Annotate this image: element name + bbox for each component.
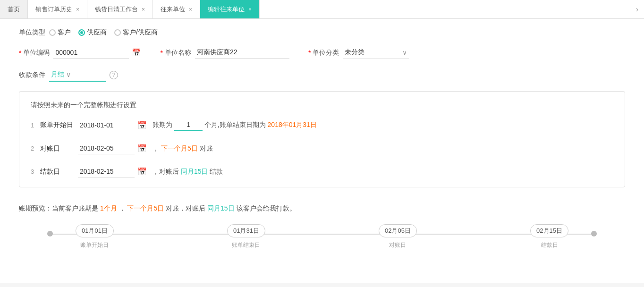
tab-edit-partner-close[interactable]: × <box>248 6 252 13</box>
timeline-badge-3: 02月05日 <box>379 224 417 237</box>
tab-partner-close[interactable]: × <box>189 6 192 13</box>
radio-both-label: 客户/供应商 <box>123 28 158 37</box>
preview-section: 账期预览：当前客户账期是 1个月 ， 下一个月5日 对账，对账后 同月15日 该… <box>19 197 625 273</box>
tab-expand-button[interactable]: › <box>630 0 644 18</box>
setting-row-3: 3 结款日 📅 ，对账后 同月15日 结款 <box>31 166 613 177</box>
settings-title: 请按照未来的一个完整帐期进行设置 <box>31 101 613 110</box>
radio-customer-label: 客户 <box>58 28 71 37</box>
setting-date-1[interactable] <box>78 119 135 131</box>
setting-row-2: 2 对账日 📅 ， 下一个月5日 对账 <box>31 143 613 154</box>
unit-fields-row: * 单位编码 📅 * 单位名称 * 单位分类 未分类 ∨ <box>19 46 625 59</box>
setting-date-3[interactable] <box>78 166 135 177</box>
unit-code-input[interactable] <box>53 47 129 59</box>
preview-payment: 同月15日 <box>207 204 235 212</box>
radio-supplier-label: 供应商 <box>87 28 107 37</box>
timeline-point-4: 02月15日 结款日 <box>530 224 568 249</box>
unit-code-icon[interactable]: 📅 <box>132 48 141 57</box>
setting-row-1: 1 账单开始日 📅 账期为 个月,账单结束日期为 2018年01月31日 <box>31 119 613 131</box>
unit-code-star: * <box>19 49 21 57</box>
unit-name-star: * <box>160 49 162 57</box>
timeline-point-3: 02月05日 对账日 <box>379 224 417 249</box>
payment-condition-arrow: ∨ <box>66 71 71 78</box>
setting-desc-3: ，对账后 同月15日 结款 <box>153 168 223 176</box>
tab-partner[interactable]: 往来单位 × <box>153 0 200 18</box>
payment-help-icon[interactable]: ? <box>110 71 118 79</box>
preview-text: 账期预览：当前客户账期是 1个月 ， 下一个月5日 对账，对账后 同月15日 该… <box>19 204 625 213</box>
tab-cash-work-close[interactable]: × <box>142 6 145 13</box>
setting-name-2: 对账日 <box>40 144 78 153</box>
payment-condition-row: 收款条件 月结 ∨ ? <box>19 68 625 82</box>
setting-num-3: 3 <box>31 168 40 175</box>
setting-desc-2: ， 下一个月5日 对账 <box>153 144 213 153</box>
timeline-point-1: 01月01日 账单开始日 <box>76 224 114 249</box>
unit-category-select[interactable]: 未分类 ∨ <box>343 46 409 59</box>
timeline-badge-4: 02月15日 <box>530 224 568 237</box>
tab-cash-work-label: 钱货日清工作台 <box>95 5 138 14</box>
tab-home[interactable]: 首页 <box>0 0 28 18</box>
unit-category-star: * <box>308 49 311 57</box>
unit-type-radio-group: 客户 供应商 客户/供应商 <box>49 28 158 37</box>
tab-bar: 首页 销售订单历史 × 钱货日清工作台 × 往来单位 × 编辑往来单位 × › <box>0 0 644 19</box>
setting-date-2[interactable] <box>78 143 135 154</box>
tab-sales-history[interactable]: 销售订单历史 × <box>28 0 87 18</box>
timeline-badge-2: 01月31日 <box>227 224 265 237</box>
tab-edit-partner-label: 编辑往来单位 <box>208 5 245 14</box>
payment-condition-select[interactable]: 月结 ∨ <box>49 68 106 82</box>
radio-supplier-circle <box>78 29 85 36</box>
tab-home-label: 首页 <box>8 5 20 14</box>
setting-num-2: 2 <box>31 145 40 152</box>
tab-sales-history-label: 销售订单历史 <box>35 5 72 14</box>
setting-desc-1: 账期为 个月,账单结束日期为 2018年01月31日 <box>153 119 317 131</box>
setting-name-1: 账单开始日 <box>40 121 78 129</box>
unit-type-label: 单位类型 <box>19 28 45 37</box>
timeline-points: 01月01日 账单开始日 01月31日 账单结束日 02月05日 对账日 02月… <box>47 224 597 249</box>
tab-partner-label: 往来单位 <box>161 5 185 14</box>
payment-condition-value: 月结 <box>51 70 64 79</box>
setting-payment-highlight: 同月15日 <box>181 168 208 175</box>
settings-box: 请按照未来的一个完整帐期进行设置 1 账单开始日 📅 账期为 个月,账单结束日期… <box>19 91 625 187</box>
unit-name-group: * 单位名称 <box>160 47 289 59</box>
unit-category-label: 单位分类 <box>313 49 339 57</box>
preview-reconcile: 下一个月5日 <box>127 204 164 212</box>
unit-category-arrow: ∨ <box>402 49 407 56</box>
timeline-point-2: 01月31日 账单结束日 <box>227 224 265 249</box>
timeline-label-4: 结款日 <box>541 241 558 249</box>
unit-name-input[interactable] <box>195 47 289 59</box>
setting-end-date-highlight: 2018年01月31日 <box>268 121 317 128</box>
radio-customer[interactable]: 客户 <box>49 28 71 37</box>
radio-both-circle <box>114 29 121 36</box>
setting-num-1: 1 <box>31 122 40 129</box>
tab-edit-partner[interactable]: 编辑往来单位 × <box>200 0 260 18</box>
timeline-label-1: 账单开始日 <box>80 241 109 249</box>
unit-code-group: * 单位编码 📅 <box>19 47 141 59</box>
setting-date-2-icon[interactable]: 📅 <box>137 144 147 153</box>
radio-supplier[interactable]: 供应商 <box>78 28 107 37</box>
radio-customer-circle <box>49 29 56 36</box>
setting-date-3-icon[interactable]: 📅 <box>137 167 147 176</box>
timeline-label-3: 对账日 <box>389 241 406 249</box>
setting-name-3: 结款日 <box>40 168 78 176</box>
unit-type-row: 单位类型 客户 供应商 客户/供应商 <box>19 28 625 37</box>
unit-name-label: 单位名称 <box>165 49 191 57</box>
timeline-badge-1: 01月01日 <box>76 224 114 237</box>
tab-sales-history-close[interactable]: × <box>76 6 79 13</box>
unit-code-label: 单位编码 <box>23 49 50 57</box>
setting-reconcile-highlight: 下一个月5日 <box>161 144 198 152</box>
radio-both[interactable]: 客户/供应商 <box>114 28 158 37</box>
timeline: 01月01日 账单开始日 01月31日 账单结束日 02月05日 对账日 02月… <box>19 224 625 273</box>
setting-date-1-icon[interactable]: 📅 <box>137 121 147 130</box>
tab-cash-work[interactable]: 钱货日清工作台 × <box>87 0 153 18</box>
unit-category-value: 未分类 <box>345 48 398 57</box>
period-input[interactable] <box>174 119 203 131</box>
unit-category-group: * 单位分类 未分类 ∨ <box>308 46 409 59</box>
timeline-label-2: 账单结束日 <box>232 241 260 249</box>
page-content: 单位类型 客户 供应商 客户/供应商 * 单位编码 📅 * 单位名称 <box>0 19 644 283</box>
preview-period: 1个月 <box>100 204 117 212</box>
payment-condition-label: 收款条件 <box>19 71 45 79</box>
